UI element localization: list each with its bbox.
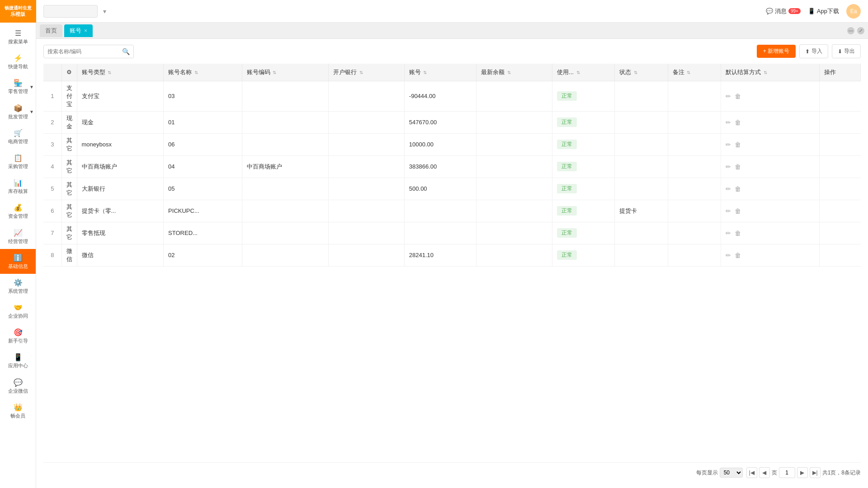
row-actions: ✏ 🗑: [721, 81, 820, 111]
sidebar-item-ecommerce-mgmt[interactable]: 🛒 电商管理: [0, 124, 36, 149]
sidebar-item-retail-mgmt[interactable]: 🏪 零售管理 ▼: [0, 74, 36, 99]
tab-home[interactable]: 首页: [40, 24, 62, 37]
sidebar-item-newcomer-guide[interactable]: 🎯 新手引导: [0, 324, 36, 348]
tab-close-button[interactable]: ×: [84, 28, 87, 33]
top-search-input[interactable]: [43, 5, 98, 18]
minimize-button[interactable]: —: [847, 27, 854, 34]
enterprise-agreement-icon: 🤝: [14, 303, 23, 312]
col-opening-bank[interactable]: 开户银行 ⇅: [329, 64, 405, 81]
sidebar-item-operation-mgmt[interactable]: 📈 经营管理: [0, 224, 36, 249]
sidebar-item-enterprise-agreement[interactable]: 🤝 企业协同: [0, 299, 36, 324]
row-actions: ✏ 🗑: [721, 155, 820, 178]
expand-arrow: ▼: [29, 84, 34, 89]
row-usage: [476, 222, 552, 244]
tab-account[interactable]: 账号 ×: [64, 24, 93, 37]
col-default-settlement[interactable]: 默认结算方式 ⇅: [721, 64, 820, 81]
sidebar-item-finance-mgmt[interactable]: 💰 资金管理: [0, 199, 36, 224]
delete-button[interactable]: 🗑: [735, 119, 741, 126]
message-badge: 99+: [788, 8, 801, 14]
edit-button[interactable]: ✏: [726, 252, 731, 259]
delete-button[interactable]: 🗑: [735, 141, 741, 148]
row-account-type: 微信: [61, 244, 77, 266]
sidebar-item-quick-nav[interactable]: ⚡ 快捷导航: [0, 49, 36, 74]
finance-mgmt-icon: 💰: [14, 203, 23, 212]
row-status: 正常: [552, 155, 615, 178]
sidebar-item-search-menu[interactable]: ☰ 搜索菜单: [0, 24, 36, 49]
table-row: 1 支付宝 支付宝 03 -90444.00 正常 ✏ 🗑: [43, 81, 861, 111]
row-default-settlement: [668, 155, 721, 178]
sidebar-item-vip-member[interactable]: 👑 畅会员: [0, 399, 36, 423]
last-page-button[interactable]: ▶|: [810, 467, 821, 478]
sidebar-item-system-mgmt[interactable]: ⚙️ 系统管理: [0, 274, 36, 299]
col-usage[interactable]: 使用... ⇅: [552, 64, 615, 81]
delete-button[interactable]: 🗑: [735, 230, 741, 237]
row-latest-balance: 10000.00: [404, 133, 476, 155]
delete-button[interactable]: 🗑: [735, 252, 741, 259]
col-account-name[interactable]: 账号名称 ⇅: [164, 64, 242, 81]
row-index: 1: [43, 81, 61, 111]
row-usage: [476, 111, 552, 133]
export-button[interactable]: ⬇ 导出: [832, 44, 861, 58]
message-button[interactable]: 💬 消息 99+: [766, 7, 801, 15]
row-remark: [615, 178, 668, 200]
edit-button[interactable]: ✏: [726, 163, 731, 170]
sidebar-label-search-menu: 搜索菜单: [8, 39, 28, 45]
edit-button[interactable]: ✏: [726, 93, 731, 100]
col-remark[interactable]: 备注 ⇅: [668, 64, 721, 81]
maximize-button[interactable]: ⤢: [857, 27, 864, 34]
row-account-type: 其它: [61, 133, 77, 155]
page-number-input[interactable]: [779, 467, 795, 478]
edit-button[interactable]: ✏: [726, 141, 731, 148]
main-area: ▾ 💬 消息 99+ 📱 App下载 Ea 首页 账号 × —: [36, 0, 868, 488]
row-account-type: 现金: [61, 111, 77, 133]
col-account-type[interactable]: 账号类型 ⇅: [77, 64, 164, 81]
app-center-icon: 📱: [14, 353, 23, 361]
delete-button[interactable]: 🗑: [735, 185, 741, 192]
sidebar: 畅捷通时生意 乐橙版 ☰ 搜索菜单 ⚡ 快捷导航 🏪 零售管理 ▼ 📦 批发管理…: [0, 0, 36, 488]
next-page-button[interactable]: ▶: [797, 467, 808, 478]
sidebar-item-basic-info[interactable]: ℹ️ 基础信息: [0, 249, 36, 274]
row-latest-balance: 28241.10: [404, 244, 476, 266]
col-settings[interactable]: ⚙: [61, 64, 77, 81]
add-account-button[interactable]: + 新增账号: [757, 45, 796, 58]
row-account-code: 01: [164, 111, 242, 133]
app-logo: 畅捷通时生意 乐橙版: [0, 0, 36, 23]
dropdown-icon[interactable]: ▾: [103, 8, 106, 15]
sidebar-item-purchase-mgmt[interactable]: 📋 采购管理: [0, 149, 36, 174]
sidebar-item-app-center[interactable]: 📱 应用中心: [0, 348, 36, 373]
row-actions: ✏ 🗑: [721, 178, 820, 200]
vip-member-icon: 👑: [14, 403, 23, 412]
sidebar-item-wholesale-mgmt[interactable]: 📦 批发管理 ▼: [0, 99, 36, 124]
edit-button[interactable]: ✏: [726, 119, 731, 126]
inventory-check-icon: 📊: [14, 178, 23, 187]
col-latest-balance[interactable]: 最新余额 ⇅: [476, 64, 552, 81]
search-menu-icon: ☰: [15, 29, 21, 38]
edit-button[interactable]: ✏: [726, 230, 731, 237]
app-download-button[interactable]: 📱 App下载: [808, 7, 839, 15]
col-status[interactable]: 状态 ⇅: [615, 64, 668, 81]
search-box: 🔍: [43, 45, 134, 58]
edit-button[interactable]: ✏: [726, 185, 731, 192]
search-icon[interactable]: 🔍: [122, 48, 130, 55]
col-account-number[interactable]: 账号 ⇅: [404, 64, 476, 81]
user-avatar[interactable]: Ea: [846, 4, 861, 19]
delete-button[interactable]: 🗑: [735, 207, 741, 215]
row-opening-bank: [242, 111, 329, 133]
first-page-button[interactable]: |◀: [746, 467, 757, 478]
row-latest-balance: 383866.00: [404, 155, 476, 178]
sidebar-label-newcomer-guide: 新手引导: [8, 338, 28, 344]
sidebar-label-basic-info: 基础信息: [8, 263, 28, 269]
import-button[interactable]: ⬆ 导入: [799, 44, 828, 58]
sidebar-item-inventory-check[interactable]: 📊 库存核算: [0, 174, 36, 199]
sidebar-item-enterprise-wechat[interactable]: 💬 企业微信: [0, 374, 36, 399]
search-input[interactable]: [47, 48, 122, 55]
delete-button[interactable]: 🗑: [735, 93, 741, 100]
edit-button[interactable]: ✏: [726, 207, 731, 215]
pagination-bar: 每页显示 50 100 200 |◀ ◀ 页 ▶ ▶| 共1页，8条记录: [43, 462, 861, 483]
row-account-code: 02: [164, 244, 242, 266]
delete-button[interactable]: 🗑: [735, 163, 741, 170]
row-remark: [615, 155, 668, 178]
page-size-dropdown[interactable]: 50 100 200: [720, 468, 743, 478]
prev-page-button[interactable]: ◀: [759, 467, 770, 478]
col-account-code[interactable]: 账号编码 ⇅: [242, 64, 329, 81]
